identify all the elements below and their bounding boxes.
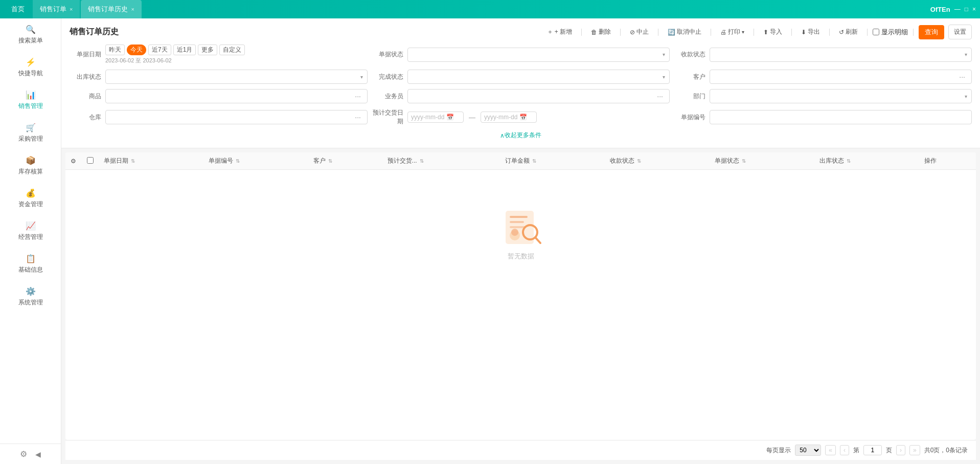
- date-filter-label: 单据日期: [70, 50, 105, 59]
- receipt-status-select[interactable]: ▾: [710, 48, 972, 62]
- tab-sales-order-close[interactable]: ×: [70, 6, 73, 12]
- next-page-btn[interactable]: ›: [896, 445, 905, 455]
- refresh-button[interactable]: ↺ 刷新: [835, 26, 862, 38]
- tab-home[interactable]: 首页: [4, 0, 32, 18]
- tab-sales-order-history[interactable]: 销售订单历史 ×: [81, 0, 141, 18]
- doc-num-field[interactable]: [710, 110, 972, 124]
- date-btn-custom[interactable]: 自定义: [219, 45, 245, 55]
- inventory-icon: 📦: [26, 156, 36, 165]
- sidebar: 🔍 搜索菜单 ⚡ 快捷导航 📊 销售管理 🛒 采购管理 📦 库存核算 💰 资金管…: [0, 18, 61, 464]
- query-button[interactable]: 查询: [919, 25, 944, 39]
- empty-state-row: 暂无数据: [65, 170, 976, 292]
- doc-status-select[interactable]: ▾: [407, 48, 670, 62]
- cancel-stop-button[interactable]: 🔄 取消中止: [664, 26, 705, 38]
- settings-button[interactable]: 设置: [948, 25, 972, 39]
- sidebar-item-sales-mgmt[interactable]: 📊 销售管理: [0, 84, 61, 117]
- warehouse-ellipsis[interactable]: ···: [353, 112, 363, 122]
- th-outbound-status[interactable]: 出库状态 ⇅: [814, 152, 919, 170]
- import-button[interactable]: ⬆ 导入: [759, 26, 786, 38]
- delivery-date-range: yyyy-mm-dd 📅 — yyyy-mm-dd 📅: [407, 112, 670, 123]
- customer-field[interactable]: ···: [710, 70, 972, 84]
- display-detail-checkbox-label[interactable]: 显示明细: [873, 28, 908, 37]
- stop-button[interactable]: ⊘ 中止: [626, 26, 653, 38]
- th-doc-status[interactable]: 单据状态 ⇅: [710, 152, 814, 170]
- sidebar-item-purchase-mgmt-label: 采购管理: [18, 135, 43, 143]
- delivery-date-from[interactable]: yyyy-mm-dd 📅: [407, 112, 464, 123]
- first-page-btn[interactable]: «: [825, 445, 836, 455]
- salesperson-ellipsis[interactable]: ···: [655, 91, 665, 101]
- calendar-icon-to: 📅: [519, 114, 527, 121]
- refresh-icon: ↺: [839, 29, 844, 36]
- dept-select[interactable]: ▾: [710, 89, 972, 103]
- date-btn-1month[interactable]: 近1月: [173, 45, 196, 55]
- doc-status-label: 单据状态: [372, 50, 407, 59]
- select-all-checkbox[interactable]: [87, 157, 94, 164]
- goods-ellipsis[interactable]: ···: [353, 91, 363, 101]
- date-filter-cell: 单据日期 昨天 今天 近7天 近1月 更多 自定义 2023-06-02: [70, 45, 368, 64]
- customer-ellipsis[interactable]: ···: [957, 72, 967, 82]
- warehouse-filter-cell: 仓库 ···: [70, 108, 368, 126]
- th-customer[interactable]: 客户 ⇅: [308, 152, 382, 170]
- print-button[interactable]: 🖨 打印 ▾: [716, 26, 748, 38]
- page-label: 页: [886, 446, 892, 455]
- outbound-select[interactable]: ▾: [105, 70, 368, 84]
- warehouse-field[interactable]: ···: [105, 110, 368, 124]
- delivery-date-to-placeholder: yyyy-mm-dd: [484, 114, 517, 121]
- complete-select[interactable]: ▾: [407, 70, 670, 84]
- date-from: 2023-06-02: [105, 57, 134, 63]
- page-size-select[interactable]: 50 10 20 100: [795, 445, 821, 456]
- customer-filter-cell: 客户 ···: [674, 70, 972, 84]
- sidebar-item-search-menu-label: 搜索菜单: [18, 36, 43, 45]
- sidebar-item-finance[interactable]: 💰 资金管理: [0, 182, 61, 215]
- filter-row-1: 单据日期 昨天 今天 近7天 近1月 更多 自定义 2023-06-02: [70, 45, 972, 64]
- date-btn-7days[interactable]: 近7天: [148, 45, 171, 55]
- tab-home-label: 首页: [11, 5, 25, 14]
- delete-button[interactable]: 🗑 删除: [587, 26, 615, 38]
- delivery-date-to[interactable]: yyyy-mm-dd 📅: [481, 112, 537, 123]
- sidebar-item-sys-mgmt[interactable]: ⚙️ 系统管理: [0, 280, 61, 313]
- date-btn-yesterday[interactable]: 昨天: [105, 45, 125, 55]
- th-receipt-status[interactable]: 收款状态 ⇅: [605, 152, 710, 170]
- th-doc-num[interactable]: 单据编号 ⇅: [203, 152, 308, 170]
- collapse-row[interactable]: ∧ 收起更多条件: [70, 129, 972, 142]
- sidebar-item-purchase-mgmt[interactable]: 🛒 采购管理: [0, 117, 61, 149]
- date-btn-today[interactable]: 今天: [127, 45, 146, 55]
- purchase-mgmt-icon: 🛒: [26, 123, 36, 132]
- dept-filter-cell: 部门 ▾: [674, 89, 972, 103]
- export-button[interactable]: ⬇ 导出: [797, 26, 824, 38]
- th-customer-label: 客户: [313, 157, 326, 164]
- sidebar-item-operations[interactable]: 📈 经营管理: [0, 215, 61, 248]
- goods-field[interactable]: ···: [105, 89, 368, 103]
- th-settings[interactable]: ⚙: [65, 152, 82, 170]
- salesperson-field[interactable]: ···: [407, 89, 670, 103]
- date-btn-more[interactable]: 更多: [198, 45, 217, 55]
- complete-label: 完成状态: [372, 73, 407, 81]
- th-check[interactable]: [82, 152, 99, 170]
- prev-page-btn[interactable]: ‹: [840, 445, 849, 455]
- refresh-label: 刷新: [846, 28, 858, 36]
- th-date[interactable]: 单据日期 ⇅: [99, 152, 203, 170]
- sidebar-settings-icon[interactable]: ⚙: [20, 449, 27, 459]
- page-input[interactable]: [863, 445, 882, 455]
- new-button[interactable]: ＋ + 新增: [543, 26, 576, 38]
- restore-btn[interactable]: □: [965, 6, 968, 13]
- tab-sales-order-history-close[interactable]: ×: [131, 6, 134, 12]
- filter-row-4: 仓库 ··· 预计交货日期 yyyy-mm-dd 📅 —: [70, 108, 972, 126]
- th-amount[interactable]: 订单金额 ⇅: [500, 152, 605, 170]
- sidebar-item-quick-nav[interactable]: ⚡ 快捷导航: [0, 51, 61, 84]
- th-delivery-date[interactable]: 预计交货... ⇅: [382, 152, 500, 170]
- display-detail-checkbox[interactable]: [873, 29, 879, 35]
- main-layout: 🔍 搜索菜单 ⚡ 快捷导航 📊 销售管理 🛒 采购管理 📦 库存核算 💰 资金管…: [0, 18, 980, 464]
- minimize-btn[interactable]: —: [954, 6, 961, 13]
- data-table-wrapper: ⚙ 单据日期 ⇅ 单据编号 ⇅ 客户 ⇅: [65, 152, 976, 440]
- sidebar-item-basic-info[interactable]: 📋 基础信息: [0, 248, 61, 280]
- tab-sales-order[interactable]: 销售订单 ×: [33, 0, 80, 18]
- salesperson-filter-cell: 业务员 ···: [372, 89, 670, 103]
- toolbar-divider-8: [867, 29, 868, 36]
- doc-num-input[interactable]: [714, 114, 967, 121]
- sidebar-item-search-menu[interactable]: 🔍 搜索菜单: [0, 18, 61, 51]
- last-page-btn[interactable]: »: [909, 445, 920, 455]
- sidebar-collapse-icon[interactable]: ◀: [35, 450, 41, 458]
- sidebar-item-inventory[interactable]: 📦 库存核算: [0, 149, 61, 182]
- close-btn[interactable]: ×: [972, 6, 976, 13]
